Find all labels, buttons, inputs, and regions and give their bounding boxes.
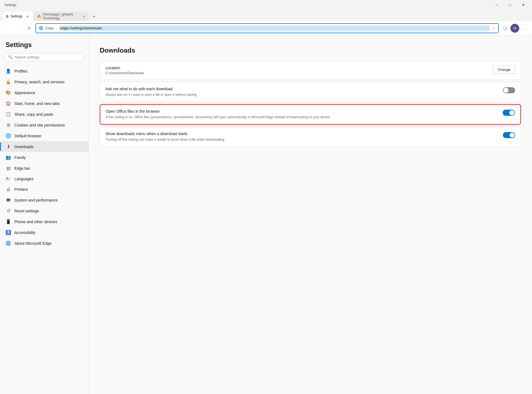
show-downloads-toggle[interactable] — [503, 132, 515, 138]
app-title-text: Settings — [4, 3, 16, 7]
search-input[interactable] — [15, 55, 80, 59]
office-toggle[interactable] — [503, 110, 515, 116]
sidebar-item-start-home[interactable]: 🏠 Start, home, and new tabs — [0, 98, 88, 109]
share-copy-icon: 📋 — [6, 112, 11, 117]
privacy-icon: 🔒 — [6, 79, 11, 84]
sidebar-item-profiles[interactable]: 👤 Profiles — [0, 66, 88, 76]
show-downloads-toggle-slider — [503, 132, 515, 138]
tab-bar: ⚙ Settings ✕ 🔥 Homepage | gHacks Technol… — [0, 10, 532, 21]
address-bar[interactable]: 🌀 Edge | edge://settings/downloads ☆ — [35, 23, 499, 33]
reset-icon: ↺ — [6, 208, 11, 213]
edge-label: Edge — [45, 26, 54, 30]
phone-label: Phone and other devices — [14, 220, 57, 224]
family-label: Family — [14, 155, 26, 160]
sidebar-item-edge-bar[interactable]: ▤ Edge bar — [0, 163, 88, 174]
office-toggle-slider — [503, 110, 515, 116]
phone-icon: 📱 — [6, 219, 11, 224]
edge-bar-label: Edge bar — [14, 166, 30, 171]
location-card: Location C:\Users\marti\Downloads Change — [100, 61, 521, 80]
languages-icon: A↑ — [6, 176, 11, 181]
title-bar: Settings ─ □ ✕ — [0, 0, 532, 10]
sidebar-item-system[interactable]: 💻 System and performance — [0, 195, 88, 205]
about-icon: 🌀 — [6, 241, 11, 246]
refresh-button[interactable]: ↻ — [24, 23, 34, 33]
profile-button[interactable]: M — [510, 24, 519, 33]
ask-card: Ask me what to do with each download Alw… — [100, 82, 521, 102]
ghacks-tab-close[interactable]: ✕ — [82, 14, 86, 19]
minimize-button[interactable]: ─ — [490, 0, 503, 10]
family-icon: 👥 — [6, 155, 11, 160]
system-icon: 💻 — [6, 197, 11, 203]
sidebar-item-languages[interactable]: A↑ Languages — [0, 174, 88, 184]
back-button[interactable]: ← — [2, 23, 12, 33]
sidebar-item-accessibility[interactable]: ♿ Accessibility — [0, 227, 88, 238]
location-row: Location C:\Users\marti\Downloads Change — [100, 61, 521, 79]
tab-settings[interactable]: ⚙ Settings ✕ — [2, 12, 33, 21]
search-icon: 🔍 — [8, 55, 12, 59]
default-browser-label: Default browser — [14, 134, 42, 138]
sidebar-item-reset[interactable]: ↺ Reset settings — [0, 205, 88, 216]
ask-desc: Always ask me if I want to save a file o… — [106, 92, 498, 97]
accessibility-label: Accessibility — [14, 230, 35, 235]
change-button[interactable]: Change — [493, 66, 515, 74]
languages-label: Languages — [14, 177, 34, 181]
settings-tab-label: Settings — [11, 14, 22, 18]
sidebar-item-cookies[interactable]: ⊞ Cookies and site permissions — [0, 120, 88, 130]
show-downloads-label: Show downloads menu when a download star… — [106, 132, 498, 136]
sidebar-item-family[interactable]: 👥 Family — [0, 152, 88, 163]
show-downloads-row: Show downloads menu when a download star… — [100, 127, 521, 146]
ask-row: Ask me what to do with each download Alw… — [100, 82, 521, 102]
forward-button[interactable]: → — [13, 23, 23, 33]
tab-ghacks[interactable]: 🔥 Homepage | gHacks Technology ✕ — [34, 12, 89, 21]
office-row: Open Office files in the browser If this… — [100, 105, 520, 124]
ask-toggle-knob — [503, 88, 508, 93]
appearance-icon: 🎨 — [6, 90, 11, 95]
address-url[interactable]: edge://settings/downloads — [59, 25, 490, 31]
appearance-label: Appearance — [14, 91, 35, 95]
edge-bar-icon: ▤ — [6, 166, 11, 171]
profiles-icon: 👤 — [6, 68, 11, 74]
new-tab-button[interactable]: + — [89, 12, 98, 21]
sidebar: Settings 🔍 👤 Profiles 🔒 Privacy, search,… — [0, 35, 89, 394]
ghacks-tab-label: Homepage | gHacks Technology — [43, 12, 79, 20]
office-label: Open Office files in the browser — [106, 109, 498, 114]
maximize-button[interactable]: □ — [504, 0, 516, 10]
cookies-icon: ⊞ — [6, 122, 11, 128]
downloads-label: Downloads — [14, 145, 34, 149]
sidebar-item-default-browser[interactable]: 🌐 Default browser — [0, 130, 88, 141]
accessibility-icon: ♿ — [6, 230, 11, 235]
collections-button[interactable]: ❏ — [500, 23, 510, 33]
sidebar-item-share-copy[interactable]: 📋 Share, copy and paste — [0, 109, 88, 120]
cookies-label: Cookies and site permissions — [14, 123, 65, 127]
start-home-label: Start, home, and new tabs — [14, 101, 60, 106]
sidebar-item-appearance[interactable]: 🎨 Appearance — [0, 87, 88, 98]
nav-actions: ❏ M … — [500, 23, 530, 33]
ask-toggle-slider — [503, 87, 515, 93]
show-downloads-toggle-knob — [510, 133, 515, 138]
search-box[interactable]: 🔍 — [4, 53, 84, 61]
sidebar-item-about[interactable]: 🌀 About Microsoft Edge — [0, 238, 88, 249]
address-separator: | — [56, 26, 57, 30]
ask-toggle[interactable] — [503, 87, 515, 93]
sidebar-item-downloads[interactable]: ⬇ Downloads — [0, 141, 88, 152]
office-card: Open Office files in the browser If this… — [100, 104, 521, 125]
more-button[interactable]: … — [520, 23, 530, 33]
show-downloads-text: Show downloads menu when a download star… — [106, 132, 498, 142]
printers-icon: 🖨 — [6, 187, 11, 192]
close-button[interactable]: ✕ — [517, 0, 530, 10]
location-path: C:\Users\marti\Downloads — [106, 71, 489, 75]
ghacks-tab-icon: 🔥 — [37, 14, 41, 19]
settings-tab-close[interactable]: ✕ — [25, 14, 30, 19]
settings-tab-icon: ⚙ — [6, 14, 9, 19]
profiles-label: Profiles — [14, 69, 27, 73]
system-label: System and performance — [14, 198, 58, 202]
window-controls: ─ □ ✕ — [490, 0, 530, 10]
nav-bar: ← → ↻ 🌀 Edge | edge://settings/downloads… — [0, 21, 532, 35]
sidebar-item-phone[interactable]: 📱 Phone and other devices — [0, 216, 88, 227]
sidebar-item-privacy[interactable]: 🔒 Privacy, search, and services — [0, 76, 88, 87]
sidebar-item-printers[interactable]: 🖨 Printers — [0, 184, 88, 195]
office-toggle-knob — [509, 110, 514, 115]
favorites-icon[interactable]: ☆ — [492, 26, 495, 30]
share-copy-label: Share, copy and paste — [14, 112, 53, 117]
main-layout: Settings 🔍 👤 Profiles 🔒 Privacy, search,… — [0, 35, 532, 394]
